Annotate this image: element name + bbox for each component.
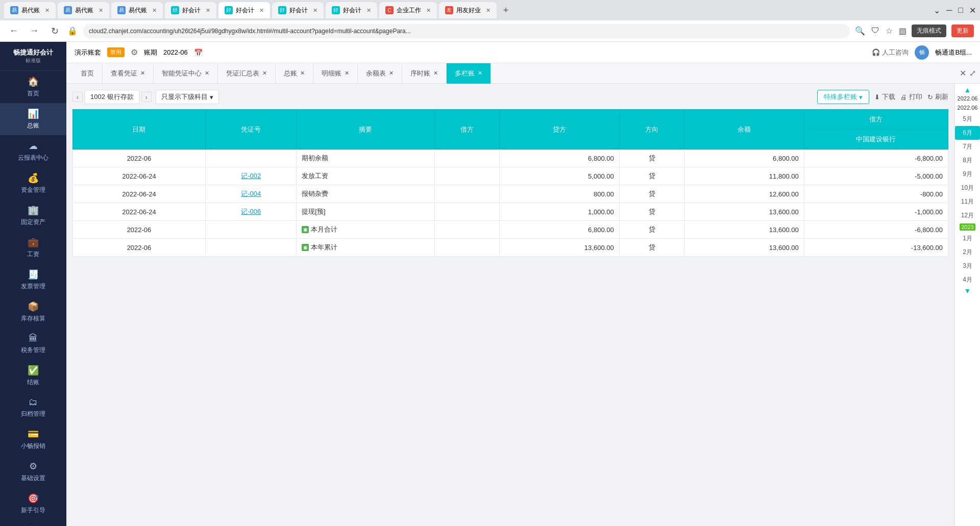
tab-smart-voucher-close[interactable]: ✕ xyxy=(205,70,209,77)
tab-detail-ledger[interactable]: 明细账 ✕ xyxy=(313,63,358,84)
cell-voucher[interactable]: 记-002 xyxy=(205,167,296,185)
col-sub-bank: 中国建设银行 xyxy=(804,130,948,149)
sidebar-item-expense[interactable]: 💳 小畅报销 xyxy=(0,423,66,456)
cal-month-mar[interactable]: 3月 xyxy=(955,259,980,273)
cell-voucher[interactable]: 记-004 xyxy=(205,185,296,203)
sidebar-label-archive: 归档管理 xyxy=(21,410,45,418)
tab-balance-close[interactable]: ✕ xyxy=(389,70,394,77)
tab-general-ledger-close[interactable]: ✕ xyxy=(300,70,305,77)
close-window-button[interactable]: ✕ xyxy=(969,6,976,15)
tab-multicolumn[interactable]: 多栏账 ✕ xyxy=(447,63,491,84)
cal-month-sep[interactable]: 9月 xyxy=(955,167,980,181)
reload-button[interactable]: ↻ xyxy=(47,26,62,37)
wuhen-button[interactable]: 无痕模式 xyxy=(912,24,946,37)
tab-list-button[interactable]: ⌄ xyxy=(934,6,940,15)
tab-close-6[interactable]: ✕ xyxy=(313,7,317,14)
tab-view-voucher[interactable]: 查看凭证 ✕ xyxy=(103,63,154,84)
browser-tab-1[interactable]: 易 易代账 ✕ xyxy=(4,2,56,18)
cal-month-may[interactable]: 5月 xyxy=(955,112,980,126)
tab-close-5[interactable]: ✕ xyxy=(259,7,264,14)
sidebar-item-invoice[interactable]: 🧾 发票管理 xyxy=(0,264,66,296)
tab-close-8[interactable]: ✕ xyxy=(426,7,431,14)
cell-direction: 贷 xyxy=(619,221,684,239)
cal-month-jul[interactable]: 7月 xyxy=(955,140,980,154)
refresh-button[interactable]: ↻ 刷新 xyxy=(927,92,948,102)
nav-prev-button[interactable]: ‹ xyxy=(72,92,83,102)
settings-gear-icon[interactable]: ⚙ xyxy=(131,47,138,57)
tab-multicolumn-close[interactable]: ✕ xyxy=(478,70,482,77)
forward-button[interactable]: → xyxy=(27,26,42,36)
search-icon[interactable]: 🔍 xyxy=(855,26,865,36)
privacy-icon[interactable]: 🛡 xyxy=(871,26,879,36)
calendar-icon[interactable]: 📅 xyxy=(194,48,203,57)
expand-icon[interactable]: ⤢ xyxy=(969,68,976,78)
back-button[interactable]: ← xyxy=(6,26,21,36)
tab-close-2[interactable]: ✕ xyxy=(99,7,103,14)
sidebar-item-member[interactable]: 👑 畅会员 xyxy=(0,520,66,526)
url-bar[interactable]: cloud2.chanjet.com/accounting/uh26t264j5… xyxy=(83,24,850,38)
tab-general-ledger-label: 总账 xyxy=(284,69,297,78)
cell-voucher[interactable]: 记-006 xyxy=(205,203,296,221)
browser-tab-2[interactable]: 易 易代账 ✕ xyxy=(58,2,109,18)
sidebar-item-guide[interactable]: 🎯 新手引导 xyxy=(0,488,66,520)
browser-tab-9[interactable]: 友 用友好业 ✕ xyxy=(439,2,497,18)
cal-month-aug[interactable]: 8月 xyxy=(955,154,980,167)
browser-tab-7[interactable]: 好 好会计 ✕ xyxy=(326,2,377,18)
sidebar-item-funds[interactable]: 💰 资金管理 xyxy=(0,167,66,199)
browser-tab-5[interactable]: 好 好会计 ✕ xyxy=(218,2,270,18)
calendar-scroll-down[interactable]: ▼ xyxy=(964,287,971,295)
sidebar-item-inventory[interactable]: 📦 库存核算 xyxy=(0,296,66,328)
tab-voucher-summary[interactable]: 凭证汇总表 ✕ xyxy=(218,63,276,84)
restore-button[interactable]: □ xyxy=(958,6,963,15)
tab-general-ledger[interactable]: 总账 ✕ xyxy=(276,63,313,84)
cal-month-nov[interactable]: 11月 xyxy=(955,195,980,209)
tab-close-1[interactable]: ✕ xyxy=(45,7,50,14)
consult-button[interactable]: 🎧 人工咨询 xyxy=(872,48,909,57)
tab-close-9[interactable]: ✕ xyxy=(486,7,491,14)
sidebar-item-salary[interactable]: 💼 工资 xyxy=(0,232,66,264)
sidebar-item-archive[interactable]: 🗂 归档管理 xyxy=(0,392,66,423)
tab-icon-7: 好 xyxy=(332,6,340,14)
update-button[interactable]: 更新 xyxy=(951,24,974,37)
filter-dropdown[interactable]: 只显示下级科目 ▾ xyxy=(156,90,219,104)
minimize-button[interactable]: ─ xyxy=(946,6,952,15)
calendar-scroll-up[interactable]: ▲ xyxy=(964,86,971,94)
cal-month-dec[interactable]: 12月 xyxy=(955,209,980,222)
browser-tab-6[interactable]: 好 好会计 ✕ xyxy=(272,2,324,18)
star-icon[interactable]: ☆ xyxy=(886,26,893,36)
browser-tab-3[interactable]: 易 易代账 ✕ xyxy=(111,2,163,18)
tab-home[interactable]: 首页 xyxy=(72,63,103,84)
tab-voucher-summary-close[interactable]: ✕ xyxy=(262,70,267,77)
tab-view-voucher-close[interactable]: ✕ xyxy=(140,70,145,77)
cal-month-apr[interactable]: 4月 xyxy=(955,273,980,287)
cal-month-oct[interactable]: 10月 xyxy=(955,181,980,195)
cal-month-feb[interactable]: 2月 xyxy=(955,245,980,259)
sidebar-item-close[interactable]: ✅ 结账 xyxy=(0,360,66,392)
sidebar-item-home[interactable]: 🏠 首页 xyxy=(0,71,66,103)
sidebar-icon[interactable]: ▧ xyxy=(899,26,906,36)
tab-smart-voucher[interactable]: 智能凭证中心 ✕ xyxy=(154,63,218,84)
download-button[interactable]: ⬇ 下载 xyxy=(874,92,895,102)
new-tab-button[interactable]: + xyxy=(499,3,513,17)
sidebar-item-settings[interactable]: ⚙ 基础设置 xyxy=(0,456,66,488)
nav-next-button[interactable]: › xyxy=(141,92,152,102)
sidebar-item-reports[interactable]: ☁ 云报表中心 xyxy=(0,135,66,167)
browser-tab-4[interactable]: 好 好会计 ✕ xyxy=(165,2,216,18)
print-button[interactable]: 🖨 打印 xyxy=(900,92,922,102)
special-multicolumn-button[interactable]: 特殊多栏账 ▾ xyxy=(817,90,869,104)
tab-balance[interactable]: 余额表 ✕ xyxy=(358,63,402,84)
collapse-left-icon[interactable]: ✕ xyxy=(960,68,966,78)
cal-month-jan[interactable]: 1月 xyxy=(955,232,980,245)
sidebar-item-assets[interactable]: 🏢 固定资产 xyxy=(0,199,66,232)
browser-tab-8[interactable]: C 企业工作 ✕ xyxy=(379,2,437,18)
cal-month-jun[interactable]: 6月 xyxy=(955,126,980,140)
sidebar-item-ledger[interactable]: 📊 总账 xyxy=(0,103,66,135)
sidebar-item-tax[interactable]: 🏛 税务管理 xyxy=(0,328,66,360)
cell-credit: 800.00 xyxy=(500,185,619,203)
tab-sequence-close[interactable]: ✕ xyxy=(433,70,438,77)
tab-detail-ledger-close[interactable]: ✕ xyxy=(345,70,349,77)
tab-close-3[interactable]: ✕ xyxy=(152,7,157,14)
tab-sequence[interactable]: 序时账 ✕ xyxy=(402,63,447,84)
tab-close-4[interactable]: ✕ xyxy=(206,7,210,14)
tab-close-7[interactable]: ✕ xyxy=(366,7,371,14)
